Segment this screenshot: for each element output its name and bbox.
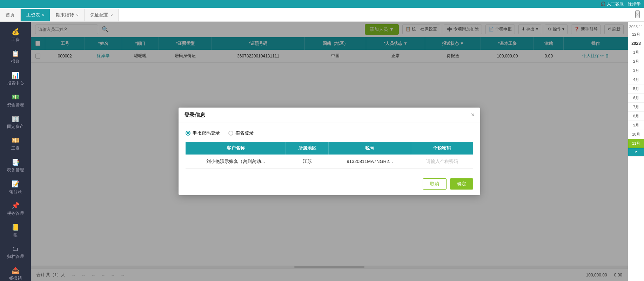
sidebar-item-payroll[interactable]: 💰 工资 — [0, 25, 31, 46]
tab-bar: 首页 工资表 × 期末结转 × 凭证配置 × × — [0, 8, 644, 22]
modal-header-region: 所属地区 — [286, 142, 329, 155]
payroll-icon: 💰 — [12, 28, 19, 36]
sidebar-item-taxmgr[interactable]: 📌 税务管理 — [0, 198, 31, 220]
modal-body: 申报密码登录 实名登录 客户名称 所属地区 税号 — [179, 123, 480, 174]
account-icon: 📒 — [12, 224, 19, 231]
tab-payroll-close[interactable]: × — [42, 13, 44, 17]
asset-icon: 🏢 — [12, 115, 19, 123]
cal-month-1[interactable]: 1月 — [628, 48, 644, 57]
salary-icon: 💴 — [12, 137, 19, 144]
radio-realname-login[interactable]: 实名登录 — [228, 130, 254, 136]
cal-month-3[interactable]: 3月 — [628, 66, 644, 75]
sidebar-item-tax[interactable]: 📑 税务管理 — [0, 155, 31, 177]
top-bar: 🎧 人工客服 徐泽华 — [0, 0, 644, 8]
sidebar-item-expense[interactable]: 📋 报账 — [0, 46, 31, 68]
user-name: 徐泽华 — [628, 1, 640, 7]
radio-password-login[interactable]: 申报密码登录 — [186, 130, 220, 136]
ledger-icon: 📝 — [12, 180, 19, 188]
content-area: 🔍 添加人员 ▼ 📋 统一社保设置 ➕ 专项附加扣除 📄 个税申报 ⬇ 导出 ▾… — [31, 22, 628, 281]
modal-header-tax-password: 个税密码 — [411, 142, 473, 155]
radio-group: 申报密码登录 实名登录 — [186, 130, 473, 136]
modal-table-row: 刘小艳演示账套（勿删勿动... 江苏 91320811MA7NGR2... 请输… — [186, 155, 473, 169]
report-icon: 📊 — [12, 71, 19, 79]
sidebar-item-salary[interactable]: 💴 工资 — [0, 133, 31, 155]
cal-refresh[interactable]: ↺ — [628, 148, 644, 157]
modal-footer: 取消 确定 — [179, 174, 480, 195]
cal-month-5[interactable]: 5月 — [628, 84, 644, 94]
sidebar-item-archive[interactable]: 🗂 归档管理 — [0, 242, 31, 263]
cal-month-11[interactable]: 11月 — [628, 139, 644, 148]
modal-tax-password-input[interactable]: 请输入个税密码 — [411, 155, 473, 169]
sidebar-item-asset[interactable]: 🏢 固定资产 — [0, 111, 31, 133]
main-layout: 💰 工资 📋 报账 📊 报表中心 💵 资金管理 🏢 固定资产 💴 工资 📑 税务… — [0, 22, 644, 281]
tab-payroll[interactable]: 工资表 × — [21, 9, 50, 21]
cal-month-10[interactable]: 10月 — [628, 130, 644, 139]
taxmgr-icon: 📌 — [12, 202, 19, 210]
fund-icon: 💵 — [12, 93, 19, 101]
modal-header-tax-no: 税号 — [329, 142, 411, 155]
cal-month-6[interactable]: 6月 — [628, 94, 644, 103]
modal-dialog: 登录信息 × 申报密码登录 实名登录 — [179, 108, 480, 196]
cal-month-9[interactable]: 9月 — [628, 121, 644, 130]
sidebar-item-account[interactable]: 📒 账 — [0, 220, 31, 242]
cal-year-2023: 2023 — [628, 39, 644, 48]
radio-realname-circle[interactable] — [228, 131, 233, 136]
tab-home[interactable]: 首页 — [0, 9, 21, 21]
sidebar-item-fund[interactable]: 💵 资金管理 — [0, 90, 31, 111]
tab-period-close[interactable]: 期末结转 × — [50, 9, 84, 21]
tab-bar-close-button[interactable]: × — [635, 11, 640, 18]
cancel-button[interactable]: 取消 — [423, 178, 447, 190]
radio-password-circle[interactable] — [186, 131, 190, 136]
modal-region: 江苏 — [286, 155, 329, 169]
tab-period-close-btn[interactable]: × — [76, 13, 78, 17]
confirm-button[interactable]: 确定 — [450, 178, 473, 190]
sidebar-item-ledger[interactable]: 📝 销台账 — [0, 177, 31, 198]
sidebar: 💰 工资 📋 报账 📊 报表中心 💵 资金管理 🏢 固定资产 💴 工资 📑 税务… — [0, 22, 31, 281]
modal-title: 登录信息 — [184, 112, 205, 118]
reimbursement-icon: 📤 — [12, 267, 19, 274]
customer-service-link[interactable]: 🎧 人工客服 — [601, 1, 624, 7]
archive-icon: 🗂 — [12, 245, 19, 253]
modal-table: 客户名称 所属地区 税号 个税密码 刘小艳演示账套（勿删勿动... 江苏 913… — [186, 142, 473, 169]
modal-header-client: 客户名称 — [186, 142, 286, 155]
cal-month-7[interactable]: 7月 — [628, 103, 644, 112]
modal-overlay: 登录信息 × 申报密码登录 实名登录 — [31, 22, 628, 281]
sidebar-item-report[interactable]: 📊 报表中心 — [0, 68, 31, 90]
cal-month-12[interactable]: 12月 — [628, 30, 644, 39]
cal-month-2[interactable]: 2月 — [628, 57, 644, 66]
cal-month-8[interactable]: 8月 — [628, 112, 644, 121]
right-panel: 2023.11 12月 2023 1月 2月 3月 4月 5月 6月 7月 8月… — [628, 22, 644, 281]
modal-close-button[interactable]: × — [471, 111, 475, 119]
expense-icon: 📋 — [12, 50, 19, 57]
tax-icon: 📑 — [12, 158, 19, 166]
tab-voucher-close-btn[interactable]: × — [110, 13, 113, 17]
sidebar-item-reimbursement[interactable]: 📤 畅报销 — [0, 263, 31, 281]
modal-client-name: 刘小艳演示账套（勿删勿动... — [186, 155, 286, 169]
modal-header: 登录信息 × — [179, 108, 480, 123]
cal-month-4[interactable]: 4月 — [628, 75, 644, 84]
year-label: 2023.11 — [629, 23, 643, 30]
tab-voucher-config[interactable]: 凭证配置 × — [85, 9, 119, 21]
modal-tax-no: 91320811MA7NGR2... — [329, 155, 411, 169]
